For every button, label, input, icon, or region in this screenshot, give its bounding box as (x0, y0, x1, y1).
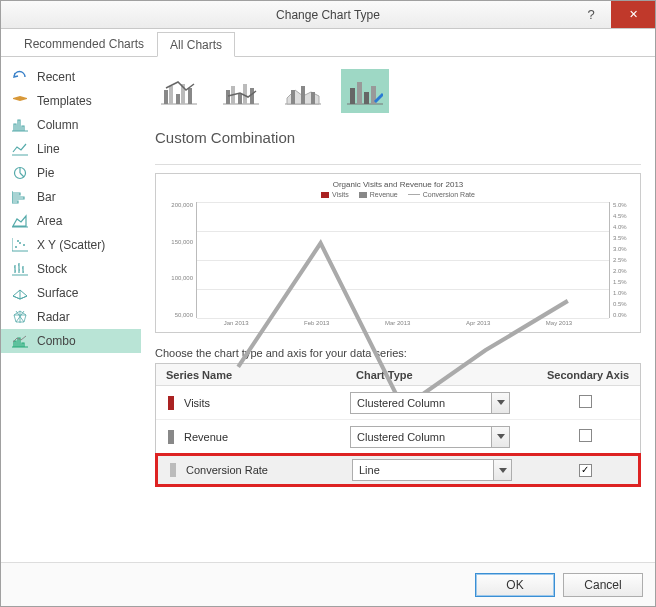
chart-type-dropdown-visits[interactable]: Clustered Column (350, 392, 510, 414)
sidebar-item-column[interactable]: Column (1, 113, 141, 137)
line-icon (11, 141, 29, 157)
cancel-button[interactable]: Cancel (563, 573, 643, 597)
sidebar-item-label: Stock (37, 262, 67, 276)
svg-rect-19 (357, 82, 362, 104)
chart-category-sidebar: Recent Templates Column Line Pie Bar (1, 57, 141, 562)
chart-bars (197, 202, 609, 318)
legend-conversion-rate: Conversion Rate (408, 191, 475, 198)
sidebar-item-scatter[interactable]: X Y (Scatter) (1, 233, 141, 257)
area-icon (11, 213, 29, 229)
sidebar-item-label: X Y (Scatter) (37, 238, 105, 252)
surface-icon (11, 285, 29, 301)
sidebar-item-combo[interactable]: Combo (1, 329, 141, 353)
svg-rect-15 (291, 90, 295, 104)
secondary-axis-checkbox-conversion-rate[interactable]: ✓ (579, 464, 592, 477)
chart-legend: Visits Revenue Conversion Rate (164, 191, 632, 198)
tab-all-charts[interactable]: All Charts (157, 32, 235, 57)
sidebar-item-label: Surface (37, 286, 78, 300)
chevron-down-icon (493, 460, 511, 480)
chevron-down-icon (491, 393, 509, 413)
sidebar-item-label: Pie (37, 166, 54, 180)
stock-icon (11, 261, 29, 277)
subtype-stacked-area-column[interactable] (279, 69, 327, 113)
sidebar-item-label: Bar (37, 190, 56, 204)
series-section-label: Choose the chart type and axis for your … (155, 347, 641, 359)
svg-point-2 (19, 242, 21, 244)
divider (155, 164, 641, 165)
series-table-header: Series Name Chart Type Secondary Axis (156, 364, 640, 386)
tab-bar: Recommended Charts All Charts (1, 29, 655, 57)
sidebar-item-label: Templates (37, 94, 92, 108)
sidebar-item-area[interactable]: Area (1, 209, 141, 233)
series-row-visits: Visits Clustered Column (156, 386, 640, 420)
scatter-icon (11, 237, 29, 253)
x-axis: Jan 2013 Feb 2013 Mar 2013 Apr 2013 May … (164, 320, 632, 326)
subtype-custom-combination[interactable] (341, 69, 389, 113)
sidebar-item-label: Column (37, 118, 78, 132)
svg-rect-14 (250, 88, 254, 104)
templates-icon (11, 93, 29, 109)
column-icon (11, 117, 29, 133)
chart-preview[interactable]: Organic Visits and Revenue for 2013 Visi… (155, 173, 641, 333)
sidebar-item-bar[interactable]: Bar (1, 185, 141, 209)
svg-rect-20 (364, 92, 369, 104)
svg-rect-6 (169, 86, 173, 104)
radar-icon (11, 309, 29, 325)
bar-icon (11, 189, 29, 205)
titlebar: Change Chart Type ? (1, 1, 655, 29)
dialog-footer: OK Cancel (1, 562, 655, 606)
series-name: Visits (184, 397, 350, 409)
svg-point-1 (15, 246, 17, 248)
series-row-conversion-rate: Conversion Rate Line ✓ (155, 453, 641, 487)
sidebar-item-radar[interactable]: Radar (1, 305, 141, 329)
y-axis-secondary: 5.0% 4.5% 4.0% 3.5% 3.0% 2.5% 2.0% 1.5% … (610, 202, 632, 318)
sidebar-item-stock[interactable]: Stock (1, 257, 141, 281)
dialog-body: Recent Templates Column Line Pie Bar (1, 57, 655, 562)
sidebar-item-label: Recent (37, 70, 75, 84)
sidebar-item-recent[interactable]: Recent (1, 65, 141, 89)
svg-rect-17 (311, 92, 315, 104)
sidebar-item-label: Combo (37, 334, 76, 348)
svg-rect-18 (350, 88, 355, 104)
svg-point-3 (23, 244, 25, 246)
pie-icon (11, 165, 29, 181)
legend-visits: Visits (321, 191, 349, 198)
secondary-axis-checkbox-revenue[interactable] (579, 429, 592, 442)
series-row-revenue: Revenue Clustered Column (156, 420, 640, 454)
svg-rect-9 (188, 88, 192, 104)
subtype-clustered-column-line[interactable] (155, 69, 203, 113)
combo-subtype-row (155, 69, 641, 113)
series-color-swatch (168, 396, 174, 410)
svg-rect-7 (176, 94, 180, 104)
sidebar-item-pie[interactable]: Pie (1, 161, 141, 185)
sidebar-item-label: Line (37, 142, 60, 156)
chart-type-dropdown-revenue[interactable]: Clustered Column (350, 426, 510, 448)
ok-button[interactable]: OK (475, 573, 555, 597)
sidebar-item-label: Area (37, 214, 62, 228)
titlebar-buttons: ? (571, 1, 655, 28)
secondary-axis-checkbox-visits[interactable] (579, 395, 592, 408)
section-title: Custom Combination (155, 129, 641, 146)
subtype-clustered-column-line-secondary[interactable] (217, 69, 265, 113)
series-table: Series Name Chart Type Secondary Axis Vi… (155, 363, 641, 487)
close-button[interactable] (611, 1, 655, 28)
y-axis-primary: 200,000 150,000 100,000 50,000 (164, 202, 196, 318)
change-chart-type-dialog: Change Chart Type ? Recommended Charts A… (0, 0, 656, 607)
sidebar-item-label: Radar (37, 310, 70, 324)
help-button[interactable]: ? (571, 1, 611, 28)
sidebar-item-templates[interactable]: Templates (1, 89, 141, 113)
svg-rect-16 (301, 86, 305, 104)
chart-type-dropdown-conversion-rate[interactable]: Line (352, 459, 512, 481)
series-color-swatch (168, 430, 174, 444)
sidebar-item-surface[interactable]: Surface (1, 281, 141, 305)
svg-rect-12 (238, 94, 242, 104)
sidebar-item-line[interactable]: Line (1, 137, 141, 161)
series-name: Conversion Rate (186, 464, 352, 476)
svg-rect-5 (164, 90, 168, 104)
series-name: Revenue (184, 431, 350, 443)
tab-recommended-charts[interactable]: Recommended Charts (11, 31, 157, 56)
chevron-down-icon (491, 427, 509, 447)
combo-icon (11, 333, 29, 349)
plot-area (196, 202, 610, 318)
series-color-swatch (170, 463, 176, 477)
